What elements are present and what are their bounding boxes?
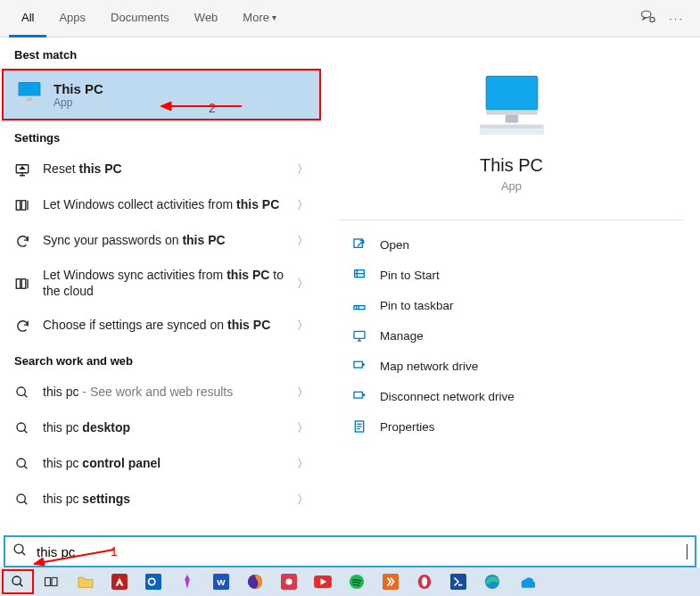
this-pc-icon bbox=[16, 81, 43, 108]
taskbar-opera-icon[interactable] bbox=[408, 569, 441, 594]
web-item-1-text: this pc desktop bbox=[43, 420, 297, 436]
settings-item-1-text: Let Windows collect activities from this… bbox=[43, 197, 297, 213]
settings-item-3[interactable]: Let Windows sync activities from this PC… bbox=[0, 259, 323, 308]
web-item-3[interactable]: this pc settings 〉 bbox=[0, 482, 323, 517]
pin-start-icon bbox=[351, 267, 367, 283]
action-pin-taskbar[interactable]: Pin to taskbar bbox=[339, 290, 684, 320]
taskbar-firefox-icon[interactable] bbox=[239, 569, 271, 594]
tab-more[interactable]: More▾ bbox=[230, 0, 289, 37]
tab-all[interactable]: All bbox=[9, 0, 46, 37]
svg-line-20 bbox=[24, 501, 27, 504]
action-pin-start-label: Pin to Start bbox=[380, 269, 440, 282]
reset-icon bbox=[14, 161, 30, 178]
svg-rect-5 bbox=[21, 102, 37, 103]
web-item-3-text: this pc settings bbox=[43, 492, 297, 508]
svg-rect-24 bbox=[480, 124, 544, 128]
search-icon bbox=[14, 492, 30, 508]
search-icon bbox=[14, 456, 30, 472]
chevron-right-icon: 〉 bbox=[297, 197, 309, 213]
taskbar-app-icon[interactable] bbox=[171, 569, 203, 594]
more-options-icon[interactable]: ··· bbox=[669, 12, 684, 25]
svg-point-40 bbox=[12, 576, 21, 584]
chevron-right-icon: 〉 bbox=[297, 492, 309, 508]
taskbar-spotify-icon[interactable] bbox=[341, 569, 373, 594]
taskbar-explorer-icon[interactable] bbox=[70, 569, 102, 594]
timeline-icon bbox=[14, 276, 30, 292]
taskbar-word-icon[interactable]: W bbox=[205, 569, 237, 594]
taskbar-taskview-icon[interactable] bbox=[36, 569, 68, 594]
svg-rect-4 bbox=[27, 98, 32, 102]
settings-item-4-text: Choose if settings are synced on this PC bbox=[43, 318, 297, 334]
action-map-drive-label: Map network drive bbox=[380, 360, 478, 373]
section-search-web: Search work and web bbox=[0, 344, 323, 375]
feedback-icon[interactable] bbox=[640, 9, 656, 28]
search-input[interactable] bbox=[37, 544, 688, 559]
svg-line-41 bbox=[20, 584, 22, 586]
chevron-right-icon: 〉 bbox=[297, 276, 309, 292]
svg-rect-23 bbox=[505, 115, 517, 123]
best-match-this-pc[interactable]: This PC App bbox=[2, 69, 321, 120]
action-properties[interactable]: Properties bbox=[339, 411, 684, 442]
chevron-down-icon: ▾ bbox=[272, 12, 276, 22]
svg-point-56 bbox=[422, 577, 427, 587]
taskbar-app2-icon[interactable] bbox=[273, 569, 305, 594]
chevron-right-icon: 〉 bbox=[297, 456, 309, 472]
action-pin-start[interactable]: Pin to Start bbox=[339, 260, 684, 290]
action-manage[interactable]: Manage bbox=[339, 320, 684, 351]
svg-rect-42 bbox=[45, 578, 51, 586]
taskbar-youtube-icon[interactable] bbox=[307, 569, 339, 594]
search-bar[interactable] bbox=[4, 535, 696, 567]
svg-rect-3 bbox=[19, 96, 40, 98]
svg-point-15 bbox=[17, 423, 25, 431]
svg-point-17 bbox=[17, 459, 25, 467]
settings-item-0-text: Reset this PC bbox=[43, 161, 297, 178]
svg-line-18 bbox=[24, 466, 27, 468]
settings-item-0[interactable]: Reset this PC 〉 bbox=[0, 152, 323, 187]
action-map-drive[interactable]: Map network drive bbox=[339, 351, 684, 381]
action-properties-label: Properties bbox=[380, 420, 435, 434]
action-open[interactable]: Open bbox=[339, 229, 684, 260]
svg-rect-10 bbox=[16, 278, 21, 288]
web-item-2[interactable]: this pc control panel 〉 bbox=[0, 446, 323, 482]
taskbar-onedrive-icon[interactable] bbox=[510, 569, 542, 594]
open-icon bbox=[351, 236, 367, 252]
taskbar-anydesk-icon[interactable] bbox=[375, 569, 407, 594]
settings-item-1[interactable]: Let Windows collect activities from this… bbox=[0, 187, 323, 223]
svg-rect-11 bbox=[21, 278, 26, 288]
svg-point-51 bbox=[285, 578, 292, 584]
taskbar-adobe-icon[interactable] bbox=[103, 569, 136, 594]
svg-rect-22 bbox=[486, 110, 538, 114]
svg-rect-25 bbox=[480, 128, 544, 135]
web-item-1[interactable]: this pc desktop 〉 bbox=[0, 410, 323, 446]
tab-web[interactable]: Web bbox=[182, 0, 231, 37]
svg-rect-29 bbox=[354, 331, 365, 338]
details-title: This PC bbox=[339, 155, 684, 176]
tab-documents[interactable]: Documents bbox=[98, 0, 182, 37]
properties-icon bbox=[351, 418, 367, 435]
svg-rect-45 bbox=[145, 574, 161, 590]
action-disconnect-drive-label: Disconnect network drive bbox=[380, 390, 515, 403]
svg-line-39 bbox=[22, 552, 26, 556]
tab-apps[interactable]: Apps bbox=[46, 0, 98, 37]
manage-icon bbox=[351, 327, 367, 344]
taskbar-outlook-icon[interactable] bbox=[137, 569, 169, 594]
settings-item-2[interactable]: Sync your passwords on this PC 〉 bbox=[0, 223, 323, 259]
search-icon bbox=[14, 385, 30, 401]
details-sub: App bbox=[339, 179, 684, 193]
map-drive-icon bbox=[351, 358, 367, 374]
taskbar-powershell-icon[interactable] bbox=[442, 569, 474, 594]
settings-item-4[interactable]: Choose if settings are synced on this PC… bbox=[0, 308, 323, 344]
web-item-0[interactable]: this pc - See work and web results 〉 bbox=[0, 375, 323, 410]
action-manage-label: Manage bbox=[380, 329, 424, 343]
svg-point-13 bbox=[17, 387, 25, 395]
search-tabs: All Apps Documents Web More▾ ··· bbox=[0, 0, 700, 37]
settings-item-2-text: Sync your passwords on this PC bbox=[43, 233, 297, 249]
svg-line-14 bbox=[24, 394, 27, 397]
svg-rect-7 bbox=[16, 201, 21, 211]
this-pc-large-icon bbox=[472, 71, 552, 143]
svg-point-1 bbox=[650, 17, 655, 21]
action-disconnect-drive[interactable]: Disconnect network drive bbox=[339, 381, 684, 411]
taskbar-search-button[interactable] bbox=[2, 569, 34, 594]
taskbar-edge-icon[interactable] bbox=[476, 569, 508, 594]
best-match-title: This PC bbox=[54, 81, 103, 96]
